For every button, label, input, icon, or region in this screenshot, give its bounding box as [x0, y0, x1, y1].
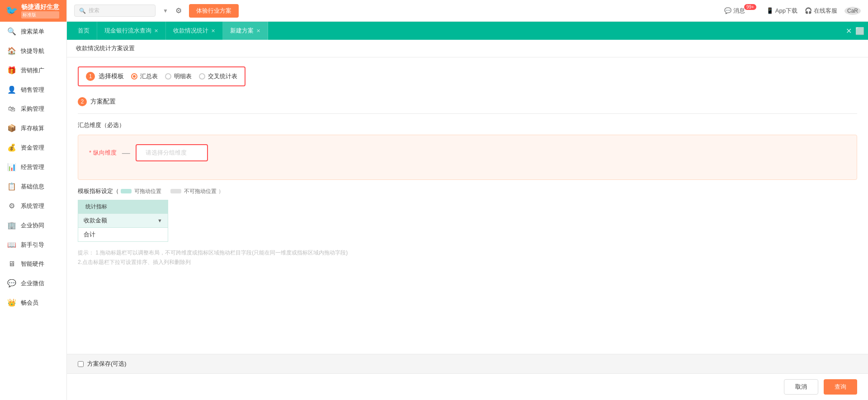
- radio-cross-circle: [199, 73, 205, 80]
- tabs-window-controls: ✕ ⬜: [846, 27, 864, 35]
- sidebar-item-label: 销售管理: [21, 86, 44, 94]
- tab-receipt-stats-label: 收款情况统计: [173, 27, 208, 35]
- sidebar-item-hardware[interactable]: 🖥 智能硬件: [0, 254, 66, 273]
- sidebar: 🐦 畅捷通好生意 标准版 🔍 搜索菜单 🏠 快捷导航 🎁 营销推广 👤 销售管理…: [0, 0, 67, 400]
- download-label: App下载: [775, 7, 797, 15]
- bottom-action-bar: 取消 查询: [67, 373, 868, 400]
- trial-button[interactable]: 体验行业方案: [189, 4, 239, 18]
- tab-new-plan-label: 新建方案: [230, 27, 254, 35]
- step1-label: 选择模板: [99, 72, 124, 80]
- dimension-arrow-icon: —: [122, 148, 130, 158]
- bag-icon: 🛍: [7, 105, 16, 113]
- step2-section: 2 方案配置 汇总维度（必选） * 纵向维度 — 请选择分组维度: [78, 97, 857, 266]
- sidebar-item-basic-info[interactable]: 📋 基础信息: [0, 177, 66, 196]
- tab-receipt-stats[interactable]: 收款情况统计 ✕: [166, 22, 223, 40]
- sidebar-item-marketing[interactable]: 🎁 营销推广: [0, 61, 66, 80]
- page-title-bar: 收款情况统计方案设置: [67, 40, 868, 57]
- sidebar-item-sales[interactable]: 👤 销售管理: [0, 80, 66, 99]
- header-chevron-icon[interactable]: ▼: [163, 8, 168, 14]
- legend-fixed: 不可拖动位置: [170, 188, 217, 195]
- sidebar-item-guide[interactable]: 📖 新手引导: [0, 235, 66, 254]
- draggable-label: 可拖动位置: [134, 188, 161, 195]
- close-window-icon[interactable]: ✕: [846, 27, 852, 35]
- save-checkbox[interactable]: [78, 361, 84, 367]
- sidebar-item-finance[interactable]: 💰 资金管理: [0, 138, 66, 157]
- sidebar-item-label: 库存核算: [21, 124, 44, 132]
- config-section: 汇总维度（必选） * 纵向维度 — 请选择分组维度 模板指标设定（: [78, 113, 857, 266]
- tab-receipt-stats-close[interactable]: ✕: [211, 28, 215, 34]
- money-icon: 💰: [7, 143, 16, 152]
- sidebar-item-label: 经营管理: [21, 163, 44, 171]
- search-icon: 🔍: [7, 27, 16, 36]
- sidebar-item-inventory[interactable]: 📦 库存核算: [0, 118, 66, 138]
- sidebar-item-search-menu[interactable]: 🔍 搜索菜单: [0, 22, 66, 41]
- sidebar-item-enterprise[interactable]: 🏢 企业协同: [0, 216, 66, 235]
- radio-cross-label: 交叉统计表: [208, 72, 237, 80]
- stats-col-header[interactable]: 收款金额 ▼: [78, 213, 168, 227]
- tip-2: 2.点击标题栏下拉可设置排序、插入列和删除列: [78, 259, 857, 266]
- search-placeholder: 搜索: [89, 7, 99, 14]
- header: 🔍 搜索 ▼ ⚙ 体验行业方案 💬 消息 99+ 📱 App下载 🎧 在线客服 …: [67, 0, 868, 22]
- user-item[interactable]: CaR: [844, 7, 861, 15]
- indicator-legend-row: 模板指标设定（ 可拖动位置 不可拖动位置 ）: [78, 187, 857, 195]
- step1-number: 1: [86, 72, 95, 81]
- radio-detail[interactable]: 明细表: [165, 72, 192, 80]
- tabs-bar: 首页 现金银行流水查询 ✕ 收款情况统计 ✕ 新建方案 ✕ ✕ ⬜: [67, 22, 868, 40]
- book-icon: 📖: [7, 240, 16, 249]
- sidebar-item-weixin[interactable]: 💬 企业微信: [0, 273, 66, 293]
- tab-bank-flow-label: 现金银行流水查询: [104, 27, 151, 35]
- sidebar-item-purchase[interactable]: 🛍 采购管理: [0, 99, 66, 118]
- stats-table: 统计指标 收款金额 ▼ 合计: [78, 200, 168, 242]
- step2-header: 2 方案配置: [78, 97, 857, 106]
- notification-item[interactable]: 💬 消息 99+: [724, 7, 759, 15]
- service-icon: 🎧: [805, 7, 812, 14]
- page-title: 收款情况统计方案设置: [76, 45, 135, 52]
- radio-detail-label: 明细表: [174, 72, 192, 80]
- dimension-select[interactable]: 请选择分组维度: [136, 144, 208, 161]
- sidebar-item-system[interactable]: ⚙ 系统管理: [0, 196, 66, 216]
- building-icon: 🏢: [7, 221, 16, 230]
- tab-bank-flow-close[interactable]: ✕: [154, 28, 158, 34]
- download-item[interactable]: 📱 App下载: [766, 7, 797, 15]
- header-gear-icon[interactable]: ⚙: [175, 6, 182, 15]
- gear-icon: ⚙: [7, 202, 16, 210]
- service-item[interactable]: 🎧 在线客服: [805, 7, 837, 15]
- tab-bank-flow[interactable]: 现金银行流水查询 ✕: [97, 22, 166, 40]
- maximize-window-icon[interactable]: ⬜: [855, 27, 864, 35]
- notification-label: 消息: [733, 7, 745, 15]
- tip-1: 提示： 1.拖动标题栏可以调整布局，不可跨维度或指标区域拖动栏目字段(只能在同一…: [78, 249, 857, 257]
- sidebar-item-label: 企业微信: [21, 279, 44, 287]
- main-area: 🔍 搜索 ▼ ⚙ 体验行业方案 💬 消息 99+ 📱 App下载 🎧 在线客服 …: [67, 0, 868, 400]
- logo-text: 畅捷通好生意: [21, 3, 59, 11]
- step1-header: 1 选择模板 汇总表 明细表: [78, 66, 857, 86]
- header-search-box[interactable]: 🔍 搜索: [74, 5, 156, 17]
- col-dropdown-icon[interactable]: ▼: [157, 218, 162, 223]
- service-label: 在线客服: [814, 7, 837, 15]
- legend-draggable: 可拖动位置: [121, 188, 161, 195]
- crown-icon: 👑: [7, 298, 16, 307]
- query-button[interactable]: 查询: [824, 379, 857, 395]
- user-avatar: CaR: [844, 7, 861, 15]
- cancel-button[interactable]: 取消: [784, 379, 818, 395]
- sidebar-item-label: 畅会员: [21, 299, 38, 307]
- sidebar-item-operation[interactable]: 📊 经营管理: [0, 157, 66, 177]
- radio-summary[interactable]: 汇总表: [131, 72, 158, 80]
- sidebar-item-quick-nav[interactable]: 🏠 快捷导航: [0, 41, 66, 61]
- step2-label: 方案配置: [90, 98, 116, 106]
- doc-icon: 📋: [7, 182, 16, 191]
- radio-summary-label: 汇总表: [140, 72, 158, 80]
- radio-cross[interactable]: 交叉统计表: [199, 72, 237, 80]
- tab-new-plan[interactable]: 新建方案 ✕: [223, 22, 268, 40]
- sidebar-item-label: 企业协同: [21, 221, 44, 230]
- step1-section: 1 选择模板 汇总表 明细表: [78, 66, 857, 86]
- footer-section: 方案保存(可选): [67, 354, 868, 373]
- dimension-area: * 纵向维度 — 请选择分组维度: [78, 135, 857, 180]
- tab-home[interactable]: 首页: [71, 22, 97, 40]
- fixed-dot: [170, 189, 181, 193]
- sidebar-item-member[interactable]: 👑 畅会员: [0, 293, 66, 312]
- notification-icon: 💬: [724, 7, 731, 14]
- gift-icon: 🎁: [7, 66, 16, 75]
- sidebar-item-label: 智能硬件: [21, 260, 44, 268]
- radio-detail-circle: [165, 73, 171, 80]
- tab-new-plan-close[interactable]: ✕: [256, 28, 260, 34]
